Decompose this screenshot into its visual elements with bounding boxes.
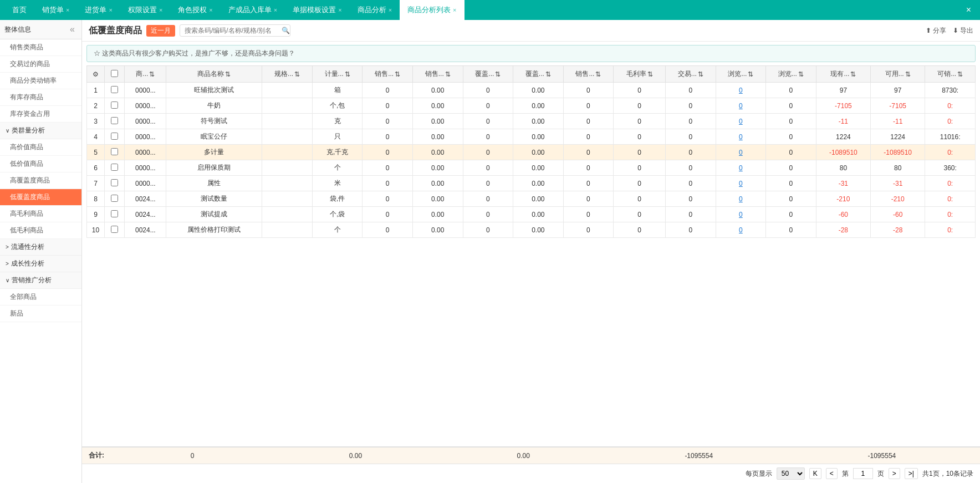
sidebar-section-liquidity[interactable]: > 流通性分析 bbox=[0, 239, 81, 256]
row-browse1[interactable]: 0 bbox=[716, 176, 766, 191]
row-checkbox[interactable] bbox=[105, 114, 125, 129]
time-filter-button[interactable]: 近一月 bbox=[146, 25, 175, 37]
row-browse1[interactable]: 0 bbox=[716, 129, 766, 145]
nav-close-all-btn[interactable]: × bbox=[962, 5, 976, 15]
nav-close-product-analysis-list[interactable]: × bbox=[453, 7, 456, 13]
sidebar-item-stock-fund[interactable]: 库存资金占用 bbox=[0, 106, 81, 123]
th-sale-amt[interactable]: 销售...⇅ bbox=[412, 66, 463, 83]
nav-purchase[interactable]: 进货单 × bbox=[77, 0, 120, 20]
row-select-checkbox[interactable] bbox=[111, 179, 118, 186]
nav-sales[interactable]: 销货单 × bbox=[34, 0, 77, 20]
row-select-checkbox[interactable] bbox=[111, 117, 118, 124]
nav-close-sales[interactable]: × bbox=[66, 7, 69, 13]
row-name: 旺辅批次测试 bbox=[166, 83, 262, 98]
sidebar-section-cluster[interactable]: ∨ 类群量分析 bbox=[0, 123, 81, 139]
sidebar-section-marketing[interactable]: ∨ 营销推广分析 bbox=[0, 272, 81, 289]
sidebar-item-category-rate[interactable]: 商品分类动销率 bbox=[0, 73, 81, 89]
nav-product-analysis[interactable]: 商品分析 × bbox=[350, 0, 400, 20]
nav-close-role[interactable]: × bbox=[209, 7, 212, 13]
th-spec[interactable]: 规格...⇅ bbox=[262, 66, 313, 83]
share-button[interactable]: ⬆ 分享 bbox=[926, 26, 946, 35]
sidebar-item-new-goods[interactable]: 新品 bbox=[0, 306, 81, 322]
sidebar-item-in-stock[interactable]: 有库存商品 bbox=[0, 89, 81, 106]
row-select-checkbox[interactable] bbox=[111, 164, 118, 171]
row-browse1[interactable]: 0 bbox=[716, 98, 766, 114]
sidebar-item-low-margin[interactable]: 低毛利商品 bbox=[0, 222, 81, 239]
th-sale-num[interactable]: 销售...⇅ bbox=[563, 66, 614, 83]
nav-home[interactable]: 首页 bbox=[4, 0, 34, 20]
row-select-checkbox[interactable] bbox=[111, 133, 118, 140]
row-checkbox[interactable] bbox=[105, 83, 125, 98]
row-browse1[interactable]: 0 bbox=[716, 83, 766, 98]
row-select-checkbox[interactable] bbox=[111, 210, 118, 217]
footer-sale-qty: 0 bbox=[191, 452, 195, 460]
row-checkbox[interactable] bbox=[105, 129, 125, 145]
row-browse1[interactable]: 0 bbox=[716, 191, 766, 207]
th-settings[interactable]: ⚙ bbox=[87, 66, 105, 83]
row-browse1[interactable]: 0 bbox=[716, 222, 766, 238]
row-checkbox[interactable] bbox=[105, 176, 125, 191]
sidebar-collapse-btn[interactable]: « bbox=[68, 22, 77, 37]
th-code[interactable]: 商...⇅ bbox=[125, 66, 166, 83]
nav-template[interactable]: 单据模板设置 × bbox=[285, 0, 349, 20]
sidebar-item-high-margin[interactable]: 高毛利商品 bbox=[0, 206, 81, 222]
nav-perm[interactable]: 权限设置 × bbox=[120, 0, 170, 20]
nav-close-product-analysis[interactable]: × bbox=[389, 7, 392, 13]
sidebar-item-all-goods[interactable]: 全部商品 bbox=[0, 289, 81, 306]
next-page-btn[interactable]: > bbox=[889, 468, 900, 479]
th-trade[interactable]: 交易...⇅ bbox=[666, 66, 716, 83]
nav-role[interactable]: 角色授权 × bbox=[170, 0, 220, 20]
search-icon[interactable]: 🔍 bbox=[282, 27, 290, 34]
sidebar-item-sales-goods[interactable]: 销售类商品 bbox=[0, 39, 81, 56]
select-all-checkbox[interactable] bbox=[111, 70, 118, 77]
per-page-select[interactable]: 50 20 100 bbox=[777, 467, 805, 480]
prev-page-btn[interactable]: < bbox=[826, 468, 838, 479]
row-select-checkbox[interactable] bbox=[111, 226, 118, 233]
row-checkbox[interactable] bbox=[105, 207, 125, 222]
page-number-input[interactable] bbox=[853, 468, 873, 479]
row-checkbox[interactable] bbox=[105, 222, 125, 238]
th-browse1[interactable]: 浏览...⇅ bbox=[716, 66, 766, 83]
th-stock1[interactable]: 现有...⇅ bbox=[816, 66, 870, 83]
nav-close-template[interactable]: × bbox=[338, 7, 341, 13]
th-cover1[interactable]: 覆盖...⇅ bbox=[463, 66, 513, 83]
row-browse1[interactable]: 0 bbox=[716, 160, 766, 176]
th-checkbox[interactable] bbox=[105, 66, 125, 83]
sidebar-item-low-value[interactable]: 低价值商品 bbox=[0, 156, 81, 172]
row-select-checkbox[interactable] bbox=[111, 101, 118, 109]
th-sale-qty[interactable]: 销售...⇅ bbox=[363, 66, 413, 83]
row-select-checkbox[interactable] bbox=[111, 195, 118, 202]
row-checkbox[interactable] bbox=[105, 98, 125, 114]
th-cover2[interactable]: 覆盖...⇅ bbox=[513, 66, 564, 83]
th-sale-stock[interactable]: 可销...⇅ bbox=[925, 66, 976, 83]
row-browse1[interactable]: 0 bbox=[716, 207, 766, 222]
sidebar-item-high-value[interactable]: 高价值商品 bbox=[0, 139, 81, 156]
row-browse1[interactable]: 0 bbox=[716, 114, 766, 129]
row-spec bbox=[262, 160, 313, 176]
row-sale-stock: 0: bbox=[925, 98, 976, 114]
sidebar-section-growth[interactable]: > 成长性分析 bbox=[0, 256, 81, 272]
th-browse2[interactable]: 浏览...⇅ bbox=[766, 66, 816, 83]
th-name[interactable]: 商品名称⇅ bbox=[166, 66, 262, 83]
first-page-btn[interactable]: K bbox=[809, 468, 821, 479]
row-select-checkbox[interactable] bbox=[111, 148, 118, 155]
last-page-btn[interactable]: >| bbox=[905, 468, 918, 479]
export-button[interactable]: ⬇ 导出 bbox=[953, 26, 973, 35]
nav-product-in[interactable]: 产成品入库单 × bbox=[221, 0, 285, 20]
sidebar-item-high-coverage[interactable]: 高覆盖度商品 bbox=[0, 172, 81, 189]
row-select-checkbox[interactable] bbox=[111, 86, 118, 93]
th-unit[interactable]: 计量...⇅ bbox=[312, 66, 363, 83]
sidebar-item-traded-goods[interactable]: 交易过的商品 bbox=[0, 56, 81, 73]
th-gross[interactable]: 毛利率⇅ bbox=[614, 66, 666, 83]
row-browse1[interactable]: 0 bbox=[716, 145, 766, 160]
row-checkbox[interactable] bbox=[105, 191, 125, 207]
nav-close-perm[interactable]: × bbox=[159, 7, 162, 13]
row-checkbox[interactable] bbox=[105, 160, 125, 176]
nav-close-purchase[interactable]: × bbox=[109, 7, 112, 13]
sidebar-item-low-coverage[interactable]: 低覆盖度商品 bbox=[0, 189, 81, 206]
nav-close-product-in[interactable]: × bbox=[274, 7, 277, 13]
search-input[interactable] bbox=[180, 24, 290, 37]
th-stock2[interactable]: 可用...⇅ bbox=[871, 66, 925, 83]
row-checkbox[interactable] bbox=[105, 145, 125, 160]
nav-product-analysis-list[interactable]: 商品分析列表 × bbox=[400, 0, 464, 20]
